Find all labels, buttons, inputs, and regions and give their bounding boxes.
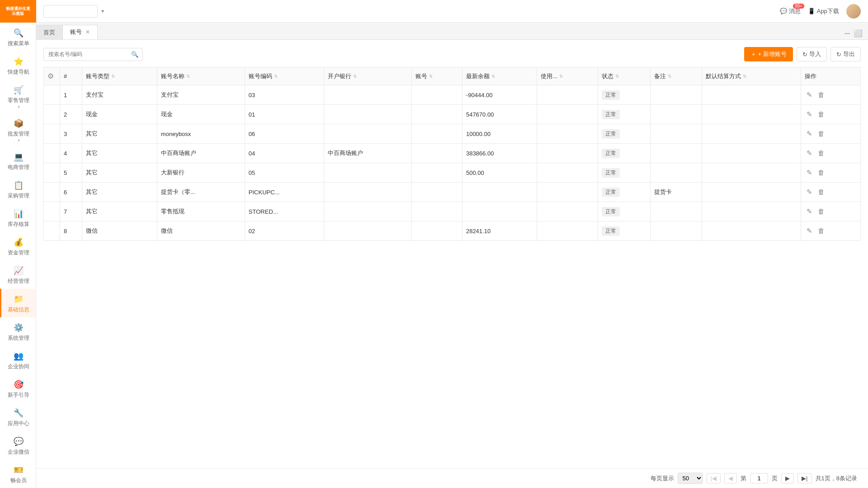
edit-button[interactable]: ✎ — [805, 90, 814, 100]
topbar-search-input[interactable] — [43, 5, 98, 18]
purchase-icon: 📋 — [3, 180, 34, 190]
tab-accounts[interactable]: 账号 ✕ — [63, 25, 98, 39]
cell-remark: 提货卡 — [651, 183, 702, 202]
delete-button[interactable]: 🗑 — [816, 90, 826, 99]
table-row: 4 其它 中百商场账户 04 中百商场账户 383866.00 正常 ✎ 🗑 — [44, 144, 861, 163]
table-row: 3 其它 moneybosx 06 10000.00 正常 ✎ 🗑 — [44, 124, 861, 144]
topbar-dropdown-icon[interactable]: ▾ — [101, 8, 104, 14]
sidebar-item-system[interactable]: ⚙️ 系统管理 — [0, 317, 36, 346]
cell-remark — [651, 221, 702, 241]
col-remark[interactable]: 备注 ⇅ — [651, 67, 702, 85]
sidebar-item-wechat[interactable]: 💬 企业微信 — [0, 431, 36, 460]
cell-type: 现金 — [82, 105, 157, 124]
search-button[interactable]: 🔍 — [127, 48, 142, 61]
col-settings[interactable]: ⚙ — [44, 67, 60, 85]
table-row: 8 微信 微信 02 28241.10 正常 ✎ 🗑 — [44, 221, 861, 241]
page-label: 第 — [741, 474, 746, 483]
sidebar-item-collab[interactable]: 👥 企业协同 — [0, 346, 36, 374]
cell-default-payment — [702, 221, 801, 241]
cell-action: ✎ 🗑 — [801, 163, 860, 183]
edit-button[interactable]: ✎ — [805, 168, 814, 178]
delete-button[interactable]: 🗑 — [816, 109, 826, 119]
edit-button[interactable]: ✎ — [805, 129, 814, 139]
cell-settings — [44, 163, 60, 183]
cell-default-payment — [702, 183, 801, 202]
page-size-select[interactable]: 50 20 100 — [678, 473, 703, 484]
message-button[interactable]: 💬 消息 99+ — [780, 7, 801, 15]
page-number-input[interactable] — [750, 473, 768, 483]
cell-index: 2 — [60, 105, 82, 124]
cell-balance: 10000.00 — [462, 124, 537, 144]
pagination: 每页显示 50 20 100 |◀ ◀ 第 页 ▶ ▶| 共1页，8条记录 — [36, 468, 868, 488]
first-page-button[interactable]: |◀ — [707, 473, 721, 483]
cell-type: 其它 — [82, 163, 157, 183]
add-account-button[interactable]: ＋ + 新增账号 — [744, 47, 793, 61]
sidebar-item-inventory[interactable]: 📊 库存核算 — [0, 203, 36, 232]
prev-page-button[interactable]: ◀ — [724, 473, 737, 483]
delete-button[interactable]: 🗑 — [816, 148, 826, 158]
col-account[interactable]: 账号 ⇅ — [411, 67, 462, 85]
col-name[interactable]: 账号名称 ⇅ — [157, 67, 245, 85]
edit-button[interactable]: ✎ — [805, 187, 814, 197]
sidebar-item-purchase[interactable]: 📋 采购管理 — [0, 175, 36, 203]
col-bank[interactable]: 开户银行 ⇅ — [324, 67, 411, 85]
cell-code: 02 — [245, 221, 324, 241]
col-usage[interactable]: 使用... ⇅ — [537, 67, 598, 85]
sidebar: 畅捷通好生意 乐惠版 🔍 搜索菜单 ⭐ 快捷导航 🛒 零售管理 ▾ 📦 批发管理… — [0, 0, 36, 488]
col-balance[interactable]: 最新余额 ⇅ — [462, 67, 537, 85]
sidebar-item-operations[interactable]: 📈 经营管理 — [0, 260, 36, 289]
tab-home[interactable]: 首页 — [36, 25, 63, 39]
cell-default-payment — [702, 85, 801, 105]
cell-bank — [324, 183, 411, 202]
export-button[interactable]: ↻ 导出 — [830, 47, 861, 61]
sidebar-item-member[interactable]: 🎫 畅会员 — [0, 460, 36, 488]
delete-button[interactable]: 🗑 — [816, 187, 826, 197]
sidebar-item-label: 库存核算 — [8, 221, 29, 227]
sidebar-item-label: 批发管理 — [8, 130, 29, 138]
cell-settings — [44, 124, 60, 144]
search-input[interactable] — [44, 48, 127, 60]
sidebar-item-wholesale[interactable]: 📦 批发管理 ▾ — [0, 113, 36, 146]
import-button[interactable]: ↻ 导入 — [797, 47, 827, 61]
col-code[interactable]: 账号编码 ⇅ — [245, 67, 324, 85]
app-download-button[interactable]: 📱 App下载 — [808, 7, 839, 15]
cell-name: moneybosx — [157, 124, 245, 144]
last-page-button[interactable]: ▶| — [797, 473, 811, 483]
delete-button[interactable]: 🗑 — [816, 226, 826, 235]
ecommerce-icon: 💻 — [3, 152, 34, 162]
tab-close-icon[interactable]: ✕ — [85, 29, 90, 35]
sidebar-item-app-center[interactable]: 🔧 应用中心 — [0, 403, 36, 431]
edit-button[interactable]: ✎ — [805, 148, 814, 158]
sidebar-item-search[interactable]: 🔍 搜索菜单 — [0, 23, 36, 51]
cell-account — [411, 163, 462, 183]
topbar: ▾ 💬 消息 99+ 📱 App下载 — [36, 0, 868, 23]
tab-maximize-icon[interactable]: ⬜ — [854, 29, 863, 38]
delete-button[interactable]: 🗑 — [816, 206, 826, 216]
table-settings-icon[interactable]: ⚙ — [47, 72, 54, 80]
next-page-button[interactable]: ▶ — [781, 473, 794, 483]
cell-balance — [462, 202, 537, 221]
sidebar-item-finance[interactable]: 💰 资金管理 — [0, 232, 36, 260]
edit-button[interactable]: ✎ — [805, 206, 814, 216]
cell-settings — [44, 85, 60, 105]
sidebar-item-ecommerce[interactable]: 💻 电商管理 — [0, 146, 36, 175]
search-nav-icon: 🔍 — [3, 28, 34, 38]
sidebar-item-quick-nav[interactable]: ⭐ 快捷导航 — [0, 51, 36, 80]
col-type[interactable]: 账号类型 ⇅ — [82, 67, 157, 85]
sidebar-item-guide[interactable]: 🎯 新手引导 — [0, 374, 36, 403]
edit-button[interactable]: ✎ — [805, 226, 814, 236]
sidebar-item-label: 快捷导航 — [8, 69, 29, 75]
cell-usage — [537, 183, 598, 202]
tab-minimize-icon[interactable]: ─ — [845, 29, 850, 38]
cell-default-payment — [702, 105, 801, 124]
search-icon: 🔍 — [131, 51, 139, 58]
col-remark-label: 备注 — [654, 72, 666, 80]
sidebar-item-retail[interactable]: 🛒 零售管理 ▾ — [0, 80, 36, 113]
sidebar-item-basic-info[interactable]: 📁 基础信息 — [0, 289, 36, 317]
user-avatar[interactable] — [846, 4, 861, 19]
col-default-payment[interactable]: 默认结算方式 ⇅ — [702, 67, 801, 85]
delete-button[interactable]: 🗑 — [816, 168, 826, 177]
delete-button[interactable]: 🗑 — [816, 129, 826, 138]
col-status[interactable]: 状态 ⇅ — [598, 67, 650, 85]
edit-button[interactable]: ✎ — [805, 109, 814, 119]
